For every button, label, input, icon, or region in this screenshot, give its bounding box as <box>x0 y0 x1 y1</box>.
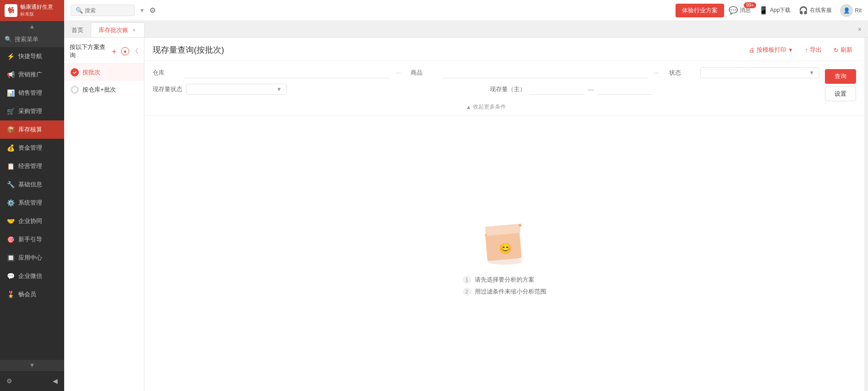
basic-icon: 🔧 <box>6 181 15 188</box>
sidebar-item-quick-nav-label: 快捷导航 <box>18 52 42 60</box>
app-download-btn[interactable]: 📱 App下载 <box>759 6 791 15</box>
refresh-icon: ↻ <box>834 47 839 54</box>
empty-tips: 1 请先选择要分析的方案 2 用过滤条件来缩小分析范围 <box>463 276 546 296</box>
product-filter-input[interactable] <box>442 67 648 78</box>
collapse-sidebar-icon[interactable]: ◀ <box>51 375 60 386</box>
sidebar-item-basic[interactable]: 🔧 基础信息 <box>0 175 64 194</box>
tab-home-label: 首页 <box>71 26 83 34</box>
svg-text:✦: ✦ <box>517 222 523 229</box>
content-area: 按以下方案查询 ＋ ● 《 按批次 按仓库+批次 <box>64 38 868 391</box>
sidebar-item-purchase-label: 采购管理 <box>18 107 42 115</box>
sidebar: 畅 畅康通好生意 标准版 ▲ 🔍 搜索菜单 ⚡ 快捷导航 📢 营销推广 📊 销售… <box>0 0 64 391</box>
filter-status-group: 状态 ▼ <box>669 67 819 78</box>
sidebar-item-inventory[interactable]: 📦 库存核算 <box>0 120 64 139</box>
tab-home[interactable]: 首页 <box>64 23 91 37</box>
headset-icon: 🎧 <box>799 6 808 15</box>
export-btn[interactable]: ↑ 导出 <box>802 44 826 56</box>
sidebar-item-app[interactable]: 🔲 应用中心 <box>0 249 64 267</box>
print-dropdown-icon[interactable]: ▼ <box>788 47 793 53</box>
scrollbar[interactable] <box>864 38 868 391</box>
sidebar-item-system[interactable]: ⚙️ 系统管理 <box>0 194 64 212</box>
filter-product-group: 商品 ··· <box>411 67 661 78</box>
collab-icon: 🤝 <box>6 217 15 225</box>
topbar: 🔍 ▼ ⚙ 体验行业方案 💬 消息 99+ 📱 App下载 🎧 在线客服 👤 R <box>64 0 868 21</box>
member-icon: 🎖️ <box>6 291 15 298</box>
left-panel: 按以下方案查询 ＋ ● 《 按批次 按仓库+批次 <box>64 38 144 391</box>
left-panel-title: 按以下方案查询 <box>70 43 110 60</box>
export-icon: ↑ <box>805 47 808 54</box>
tip-2-label: 用过滤条件来缩小分析范围 <box>475 288 546 296</box>
sidebar-item-finance[interactable]: 💰 资金管理 <box>0 139 64 157</box>
sidebar-item-purchase[interactable]: 🛒 采购管理 <box>0 102 64 120</box>
settings-btn[interactable]: 设置 <box>825 87 856 101</box>
tab-inventory-batch[interactable]: 库存批次账 × <box>91 22 145 37</box>
scheme-by-batch-label: 按批次 <box>82 68 100 76</box>
warehouse-more-btn[interactable]: ··· <box>393 69 403 77</box>
sidebar-nav: ⚡ 快捷导航 📢 营销推广 📊 销售管理 🛒 采购管理 📦 库存核算 💰 资金管… <box>0 47 64 360</box>
sidebar-scroll-up[interactable]: ▲ <box>0 21 64 32</box>
sidebar-item-quick-nav[interactable]: ⚡ 快捷导航 <box>0 47 64 65</box>
sidebar-item-basic-label: 基础信息 <box>18 180 42 189</box>
filter-row-1: 仓库 ··· 商品 ··· 状态 <box>153 67 819 78</box>
warehouse-filter-label: 仓库 <box>153 69 180 77</box>
empty-tip-1: 1 请先选择要分析的方案 <box>463 276 546 284</box>
scheme-settings-icon[interactable]: ● <box>121 47 129 55</box>
warehouse-filter-input[interactable] <box>184 67 390 78</box>
finance-icon: 💰 <box>6 144 15 152</box>
online-service-btn[interactable]: 🎧 在线客服 <box>799 6 832 15</box>
sidebar-item-member[interactable]: 🎖️ 畅会员 <box>0 285 64 304</box>
app-icon: 🔲 <box>6 254 15 261</box>
online-service-label: 在线客服 <box>810 6 832 14</box>
add-scheme-icon[interactable]: ＋ <box>110 47 118 55</box>
topbar-settings-icon[interactable]: ⚙ <box>149 6 156 15</box>
filter-stock-status-group: 现存量状态 ▼ <box>153 84 483 95</box>
settings-icon[interactable]: ⚙ <box>5 375 14 386</box>
sidebar-item-member-label: 畅会员 <box>18 290 36 299</box>
tab-close-icon[interactable]: × <box>131 27 137 33</box>
topbar-search-box[interactable]: 🔍 <box>71 5 135 16</box>
query-btn[interactable]: 查询 <box>825 69 856 84</box>
status-filter-label: 状态 <box>669 69 697 77</box>
collapse-filter-btn[interactable]: ▲ 收起更多条件 <box>153 100 819 111</box>
sidebar-scroll-down[interactable]: ▼ <box>0 360 64 370</box>
try-industry-btn[interactable]: 体验行业方案 <box>676 4 724 17</box>
print-label: 按模板打印 <box>757 46 786 54</box>
empty-illustration: 😊 ✦ ✦ <box>477 212 532 266</box>
sidebar-item-marketing[interactable]: 📢 营销推广 <box>0 65 64 84</box>
svg-text:✦: ✦ <box>484 233 488 238</box>
sidebar-item-operations[interactable]: 📋 经营管理 <box>0 157 64 175</box>
messages-badge: 99+ <box>744 2 756 8</box>
scheme-dot-inactive <box>71 86 79 94</box>
quick-nav-icon: ⚡ <box>6 53 15 60</box>
stock-status-select[interactable]: ▼ <box>186 84 287 95</box>
filter-buttons: 查询 设置 <box>825 67 856 101</box>
sidebar-item-wechat[interactable]: 💬 企业微信 <box>0 267 64 285</box>
product-filter-label: 商品 <box>411 69 438 77</box>
sidebar-search-label: 搜索菜单 <box>15 35 38 43</box>
stock-qty-max-input[interactable] <box>598 84 653 95</box>
sidebar-item-sales[interactable]: 📊 销售管理 <box>0 84 64 102</box>
user-info[interactable]: 👤 Rit <box>840 4 862 17</box>
sidebar-search[interactable]: 🔍 搜索菜单 <box>0 32 64 47</box>
scheme-item-by-warehouse-batch[interactable]: 按仓库+批次 <box>64 81 144 98</box>
sidebar-footer: ⚙ ◀ <box>0 370 64 391</box>
print-btn[interactable]: 🖨 按模板打印 ▼ <box>745 44 797 56</box>
sidebar-item-guide[interactable]: 🎯 新手引导 <box>0 230 64 249</box>
sidebar-item-inventory-label: 库存核算 <box>18 125 42 134</box>
sidebar-item-guide-label: 新手引导 <box>18 235 42 244</box>
filter-fields: 仓库 ··· 商品 ··· 状态 <box>153 67 819 111</box>
sidebar-item-marketing-label: 营销推广 <box>18 71 42 79</box>
search-icon: 🔍 <box>5 36 12 43</box>
refresh-btn[interactable]: ↻ 刷新 <box>830 44 856 56</box>
topbar-dropdown-icon[interactable]: ▼ <box>139 7 145 14</box>
tabbar-global-close[interactable]: × <box>858 26 862 33</box>
status-filter-select[interactable]: ▼ <box>700 67 819 78</box>
stock-qty-min-input[interactable] <box>529 84 584 95</box>
topbar-search-input[interactable] <box>85 7 131 14</box>
product-more-btn[interactable]: ··· <box>652 69 662 77</box>
messages-btn[interactable]: 💬 消息 99+ <box>729 6 751 15</box>
left-panel-collapse-icon[interactable]: 《 <box>132 47 138 55</box>
sidebar-item-collab[interactable]: 🤝 企业协同 <box>0 212 64 230</box>
scheme-item-by-batch[interactable]: 按批次 <box>64 64 144 81</box>
scheme-by-warehouse-batch-label: 按仓库+批次 <box>82 86 116 94</box>
